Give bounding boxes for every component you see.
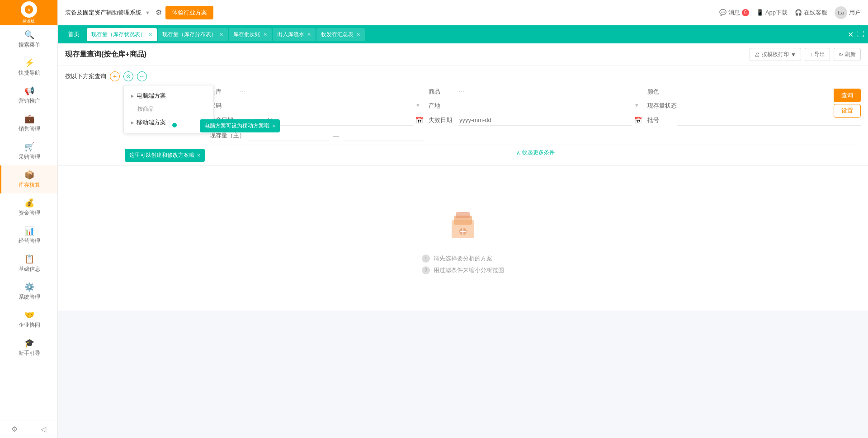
tab-summary-label: 收发存汇总表	[321, 31, 354, 38]
scheme-entry-pc[interactable]: ▶ 电脑端方案	[124, 89, 213, 103]
logo: 6 标准版	[0, 0, 57, 25]
tab-flow-close[interactable]: ✕	[307, 32, 311, 38]
scheme-pc-label: 电脑端方案	[137, 92, 166, 100]
goods-dots[interactable]: ···	[458, 88, 464, 96]
filter-header: 按以下方案查询 + ⊙ ←	[65, 71, 861, 81]
scheme-mobile-arrow: ▶	[131, 121, 134, 125]
tooltip-pc-close[interactable]: ×	[272, 123, 275, 129]
corp-icon: 🤝	[24, 310, 34, 320]
sidebar-item-label: 系统管理	[19, 293, 40, 301]
filter-arrow-btn[interactable]: ←	[137, 71, 147, 81]
messages-item[interactable]: 💬 消息 6	[719, 9, 749, 17]
expire-date-input[interactable]	[458, 115, 632, 126]
system-name: 装备及固定资产辅助管理系统	[65, 9, 142, 17]
sidebar-settings-btn[interactable]: ⚙	[11, 425, 18, 433]
sidebar-item-label: 新手引导	[19, 349, 40, 357]
tip-text-2: 用过滤条件来缩小分析范围	[434, 266, 504, 274]
header-left: 装备及固定资产辅助管理系统 ▼ ⚙ 体验行业方案	[65, 6, 213, 19]
tip-num-1: 1	[422, 254, 430, 263]
tooltip-pc: 电脑方案可设为移动方案哦 ×	[200, 119, 280, 132]
origin-field: 产地 ▼	[429, 101, 642, 110]
sidebar-item-finance[interactable]: 💰 资金管理	[0, 193, 57, 221]
filter-rows-container: 仓库 ··· 商品 ··· 颜色 ▼	[210, 87, 861, 141]
tab-batch-close[interactable]: ✕	[263, 32, 267, 38]
tip-num-2: 2	[422, 266, 430, 274]
online-support-label: 在线客服	[804, 9, 827, 17]
messages-label: 消息	[728, 9, 740, 17]
purchase-icon: 🛒	[24, 142, 34, 152]
expire-date-calendar-icon[interactable]: 📅	[634, 117, 642, 124]
filter-row-1: 仓库 ··· 商品 ··· 颜色 ▼	[210, 87, 861, 96]
tab-close-all-icon[interactable]: ✕	[848, 30, 854, 39]
color-label: 颜色	[647, 88, 675, 96]
produce-date-calendar-icon[interactable]: 📅	[415, 117, 423, 124]
export-btn[interactable]: ↑ 导出	[805, 48, 830, 61]
tab-flow[interactable]: 出入库流水 ✕	[273, 28, 316, 41]
user-label: 用户	[849, 9, 861, 17]
refresh-btn[interactable]: ↻ 刷新	[834, 48, 861, 61]
scheme-entry-child[interactable]: 按商品	[124, 103, 213, 116]
sidebar-item-label: 搜索菜单	[19, 41, 40, 49]
tab-summary-close[interactable]: ✕	[356, 32, 360, 38]
refresh-label: 刷新	[845, 51, 856, 58]
scheme-mobile-label: 移动端方案	[137, 118, 166, 127]
svg-text:6: 6	[28, 7, 30, 12]
tab-inventory-dist[interactable]: 现存量（库存分布表） ✕	[158, 28, 228, 41]
current-qty-end[interactable]	[344, 130, 425, 141]
print-btn[interactable]: 🖨 按模板打印 ▼	[750, 48, 801, 61]
filter-copy-btn[interactable]: ⊙	[123, 71, 133, 81]
filter-row-3: 生产日期 📅 失效日期 📅 批号	[210, 115, 861, 126]
logo-label: 标准版	[23, 19, 35, 24]
tab-expand-icon[interactable]: ⛶	[857, 30, 864, 39]
sidebar-item-purchase[interactable]: 🛒 采购管理	[0, 137, 57, 165]
sidebar-item-guide[interactable]: 🎓 新手引导	[0, 334, 57, 362]
user-item[interactable]: Ea 用户	[835, 6, 861, 19]
export-label: 导出	[814, 51, 825, 58]
empty-tips: 1 请先选择要分析的方案 2 用过滤条件来缩小分析范围	[422, 254, 504, 274]
marketing-icon: 📢	[24, 86, 34, 96]
settings-icon[interactable]: ⚙	[156, 8, 162, 17]
sidebar-item-system[interactable]: ⚙️ 系统管理	[0, 278, 57, 306]
sidebar-item-basic[interactable]: 📋 基础信息	[0, 250, 57, 278]
origin-label: 产地	[429, 102, 456, 110]
sidebar-item-corp[interactable]: 🤝 企业协同	[0, 306, 57, 334]
sidebar-item-label: 销售管理	[19, 125, 40, 133]
warehouse-dots[interactable]: ···	[240, 88, 245, 96]
tab-summary[interactable]: 收发存汇总表 ✕	[316, 28, 365, 41]
search-btn[interactable]: 查询	[834, 89, 861, 102]
sidebar-collapse-btn[interactable]: ◁	[41, 425, 46, 433]
online-support-item[interactable]: 🎧 在线客服	[795, 9, 827, 17]
sales-icon: 💼	[24, 114, 34, 124]
page-title-bar: 现存量查询(按仓库+商品) 🖨 按模板打印 ▼ ↑ 导出 ↻ 刷新	[58, 43, 868, 66]
sidebar-item-label: 基础信息	[19, 265, 40, 273]
sidebar-item-label: 营销推广	[19, 97, 40, 105]
nav-nav-icon: ⚡	[24, 58, 34, 68]
reset-btn[interactable]: 设置	[834, 104, 861, 118]
tooltip-create-close[interactable]: ×	[197, 152, 200, 159]
industry-plan-btn[interactable]: 体验行业方案	[165, 6, 213, 19]
refresh-icon: ↻	[839, 52, 843, 58]
tab-inventory-status-close[interactable]: ✕	[148, 32, 152, 38]
empty-tip-2: 2 用过滤条件来缩小分析范围	[422, 266, 504, 274]
app-download-item[interactable]: 📱 App下载	[756, 9, 788, 17]
tab-inventory-status[interactable]: 现存量（库存状况表） ✕	[87, 28, 157, 41]
system-dropdown-icon[interactable]: ▼	[145, 10, 150, 15]
batch-label: 批号	[647, 116, 675, 124]
sidebar-item-inventory[interactable]: 📦 库存核算	[0, 165, 57, 193]
origin-dropdown-icon[interactable]: ▼	[634, 103, 639, 108]
sidebar-item-search[interactable]: 🔍 搜索菜单	[0, 25, 57, 53]
sidebar-item-sales[interactable]: 💼 销售管理	[0, 109, 57, 137]
size-dropdown-icon[interactable]: ▼	[415, 103, 420, 108]
tab-inventory-dist-close[interactable]: ✕	[219, 32, 223, 38]
tab-home[interactable]: 首页	[61, 28, 86, 41]
page-content: 现存量查询(按仓库+商品) 🖨 按模板打印 ▼ ↑ 导出 ↻ 刷新	[58, 43, 868, 438]
empty-state: 1 请先选择要分析的方案 2 用过滤条件来缩小分析范围	[58, 166, 868, 311]
sidebar-item-nav[interactable]: ⚡ 快捷导航	[0, 53, 57, 81]
guide-icon: 🎓	[24, 338, 34, 348]
sidebar-item-marketing[interactable]: 📢 营销推广	[0, 81, 57, 109]
sidebar-item-label: 企业协同	[19, 321, 40, 329]
filter-add-btn[interactable]: +	[110, 71, 120, 81]
collapse-bar[interactable]: ∧ 收起更多条件	[210, 145, 861, 160]
tab-batch[interactable]: 库存批次账 ✕	[229, 28, 272, 41]
sidebar-item-management[interactable]: 📊 经营管理	[0, 221, 57, 250]
